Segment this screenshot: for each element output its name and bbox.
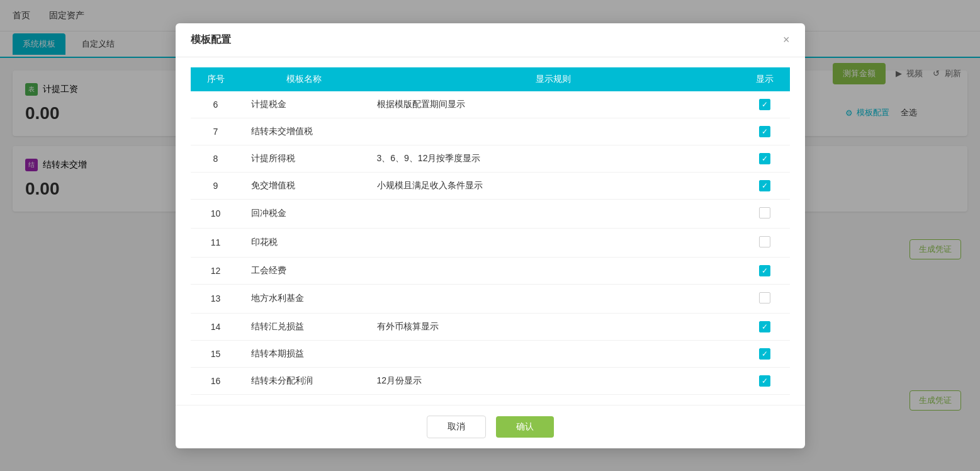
modal-dialog: 模板配置 × 序号 模板名称 显示规则 显示 6计提税金根据模版配置期间显示7结… [176,23,805,448]
cell-name: 工会经费 [241,257,367,284]
cell-seq: 11 [191,228,241,257]
table-row: 13地方水利基金 [191,284,790,313]
cell-name: 印花税 [241,228,367,257]
cell-seq: 15 [191,340,241,367]
checkbox-row-10[interactable] [759,375,770,387]
modal-overlay: 模板配置 × 序号 模板名称 显示规则 显示 6计提税金根据模版配置期间显示7结… [0,0,980,471]
cell-checkbox[interactable] [740,145,790,172]
cell-name: 计提税金 [241,91,367,118]
cell-checkbox[interactable] [740,118,790,145]
table-row: 14结转汇兑损益有外币核算显示 [191,313,790,340]
cell-rule [367,284,740,313]
checkbox-row-5[interactable] [759,236,770,247]
checkbox-row-4[interactable] [759,207,770,218]
cell-checkbox[interactable] [740,172,790,199]
cell-seq: 6 [191,91,241,118]
table-row: 12工会经费 [191,257,790,284]
cell-name: 结转本期损益 [241,340,367,367]
table-row: 16结转未分配利润12月份显示 [191,367,790,394]
cell-name: 结转汇兑损益 [241,313,367,340]
cell-checkbox[interactable] [740,199,790,228]
modal-body: 序号 模板名称 显示规则 显示 6计提税金根据模版配置期间显示7结转未交增值税8… [176,57,805,405]
checkbox-row-9[interactable] [759,348,770,360]
cell-rule [367,199,740,228]
cell-seq: 16 [191,367,241,394]
cell-seq: 9 [191,172,241,199]
col-rule: 显示规则 [367,67,740,91]
checkbox-row-1[interactable] [759,126,770,137]
table-row: 9免交增值税小规模且满足收入条件显示 [191,172,790,199]
cell-name: 回冲税金 [241,199,367,228]
modal-title: 模板配置 [191,33,231,47]
cell-seq: 12 [191,257,241,284]
cell-name: 计提所得税 [241,145,367,172]
checkbox-row-8[interactable] [759,321,770,332]
config-table: 序号 模板名称 显示规则 显示 6计提税金根据模版配置期间显示7结转未交增值税8… [191,67,790,395]
cell-rule: 小规模且满足收入条件显示 [367,172,740,199]
table-row: 6计提税金根据模版配置期间显示 [191,91,790,118]
cell-rule: 3、6、9、12月按季度显示 [367,145,740,172]
checkbox-row-0[interactable] [759,99,770,110]
cell-rule [367,118,740,145]
cell-checkbox[interactable] [740,257,790,284]
modal-header: 模板配置 × [176,23,805,57]
cell-rule: 有外币核算显示 [367,313,740,340]
table-body: 6计提税金根据模版配置期间显示7结转未交增值税8计提所得税3、6、9、12月按季… [191,91,790,395]
checkbox-row-6[interactable] [759,265,770,276]
checkbox-row-7[interactable] [759,292,770,304]
cell-checkbox[interactable] [740,91,790,118]
table-row: 7结转未交增值税 [191,118,790,145]
cell-seq: 14 [191,313,241,340]
cell-checkbox[interactable] [740,228,790,257]
checkbox-row-3[interactable] [759,180,770,191]
table-row: 15结转本期损益 [191,340,790,367]
cell-checkbox[interactable] [740,284,790,313]
table-row: 10回冲税金 [191,199,790,228]
cell-seq: 7 [191,118,241,145]
table-row: 11印花税 [191,228,790,257]
col-display: 显示 [740,67,790,91]
cell-seq: 8 [191,145,241,172]
cell-name: 免交增值税 [241,172,367,199]
cell-name: 结转未分配利润 [241,367,367,394]
cancel-button[interactable]: 取消 [427,416,486,438]
table-row: 8计提所得税3、6、9、12月按季度显示 [191,145,790,172]
modal-close-button[interactable]: × [783,34,790,45]
cell-checkbox[interactable] [740,340,790,367]
checkbox-row-2[interactable] [759,153,770,164]
table-header: 序号 模板名称 显示规则 显示 [191,67,790,91]
cell-rule: 12月份显示 [367,367,740,394]
cell-rule [367,257,740,284]
cell-rule: 根据模版配置期间显示 [367,91,740,118]
cell-checkbox[interactable] [740,367,790,394]
modal-footer: 取消 确认 [176,405,805,448]
cell-name: 地方水利基金 [241,284,367,313]
cell-seq: 13 [191,284,241,313]
col-name: 模板名称 [241,67,367,91]
cell-rule [367,228,740,257]
cell-rule [367,340,740,367]
cell-name: 结转未交增值税 [241,118,367,145]
col-seq: 序号 [191,67,241,91]
confirm-button[interactable]: 确认 [496,416,554,438]
cell-checkbox[interactable] [740,313,790,340]
cell-seq: 10 [191,199,241,228]
